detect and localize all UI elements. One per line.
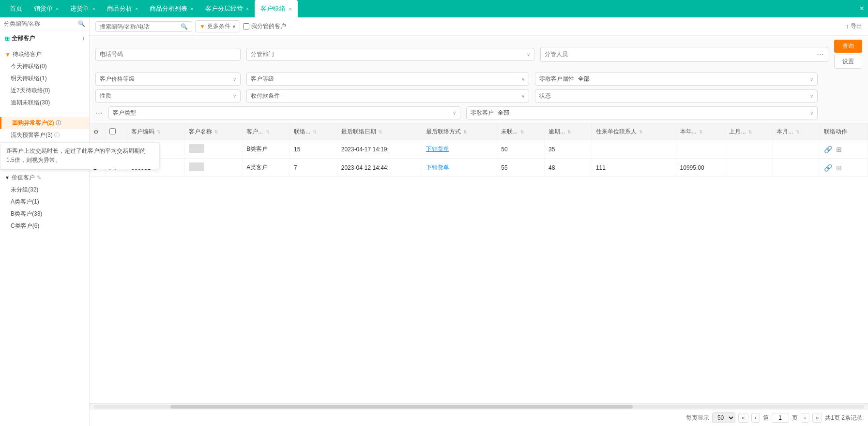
value-group-header[interactable]: ▼ 价值客户 ✎ — [0, 172, 89, 184]
link-icon-1[interactable]: 🔗 — [824, 146, 832, 153]
nav-customer-segmentation-close[interactable]: × — [246, 6, 249, 12]
settings-button[interactable]: 设置 — [834, 55, 862, 69]
td-last-month-2 — [725, 159, 773, 177]
link-icon-2[interactable]: 🔗 — [824, 164, 832, 172]
td-uncontacted-2: 55 — [497, 159, 545, 177]
sidebar-item-today[interactable]: 今天待联络(0) — [0, 60, 89, 73]
th-last-contact-method[interactable]: 最后联络方式 ⇅ — [422, 124, 497, 140]
th-level[interactable]: 客户... ⇅ — [243, 124, 290, 140]
th-checkbox[interactable] — [105, 124, 127, 140]
tooltip-box: 距客户上次交易时长，超过了此客户的平均交易周期的1.5倍，则视为异常。 — [90, 142, 160, 169]
main-search-box[interactable]: 🔍 — [95, 21, 192, 32]
nav-product-analysis-close[interactable]: × — [135, 6, 138, 12]
grid-action-icon-2[interactable]: ⊞ — [836, 164, 842, 172]
main-search-input[interactable] — [100, 23, 179, 30]
sidebar-item-overdue[interactable]: 逾期未联络(30) — [0, 97, 89, 109]
sidebar-item-class-a[interactable]: A类客户(1) — [0, 196, 89, 208]
sidebar-item-churn-warning[interactable]: 流失预警客户(3) ⓘ — [0, 129, 89, 141]
td-this-month-1 — [773, 140, 820, 159]
th-last-contact-date[interactable]: 最后联络日期 ⇅ — [337, 124, 422, 140]
search-icon[interactable]: 🔍 — [181, 23, 188, 30]
sort-uncontacted-icon: ⇅ — [520, 130, 524, 134]
td-last-month-1 — [725, 140, 773, 159]
retail-attr-filter[interactable]: 零散客户属性 全部 ∨ — [535, 73, 818, 86]
person-ellipsis-icon[interactable]: ··· — [817, 49, 824, 59]
th-contact-person[interactable]: 往来单位联系人 ⇅ — [592, 124, 676, 140]
collapse-icon[interactable]: ⟩ — [82, 36, 84, 41]
th-settings[interactable]: ⚙ — [90, 124, 105, 140]
all-customers-header[interactable]: ⊞ 全部客户 ⟩ — [0, 30, 89, 46]
td-name-1 — [185, 140, 243, 159]
sidebar-item-repurchase-anomaly[interactable]: 回购异常客户(2) ⓘ — [0, 117, 89, 129]
more-dots-icon[interactable]: ··· — [95, 108, 103, 118]
phone-filter[interactable]: 电话号码 — [95, 48, 241, 61]
th-this-month[interactable]: 本月... ⇅ — [773, 124, 820, 140]
horizontal-scrollbar[interactable] — [90, 403, 868, 409]
page-number-input[interactable] — [772, 413, 789, 423]
sidebar-search-icon[interactable]: 🔍 — [78, 20, 85, 27]
sidebar-item-7days[interactable]: 近7天待联络(0) — [0, 85, 89, 97]
table-area[interactable]: ⚙ 客户编码 ⇅ 客户名称 ⇅ 客户... ⇅ — [90, 124, 868, 403]
prev-page-btn[interactable]: ‹ — [751, 413, 760, 423]
my-customers-checkbox[interactable] — [243, 23, 249, 29]
th-last-month[interactable]: 上月... ⇅ — [725, 124, 773, 140]
sidebar-item-class-c[interactable]: C类客户(6) — [0, 220, 89, 232]
th-name[interactable]: 客户名称 ⇅ — [185, 124, 243, 140]
th-this-year[interactable]: 本年... ⇅ — [676, 124, 725, 140]
td-action-1: 🔗 ⊞ — [820, 140, 868, 159]
nav-product-analysis[interactable]: 商品分析 × — [101, 0, 144, 17]
settings-th-icon[interactable]: ⚙ — [93, 129, 99, 135]
scrollbar-track[interactable] — [93, 405, 864, 409]
th-action: 联络动作 — [820, 124, 868, 140]
phone-input[interactable] — [127, 51, 236, 58]
nav-sales-order[interactable]: 销货单 × — [28, 0, 64, 17]
last-page-btn[interactable]: » — [812, 413, 822, 423]
th-overdue[interactable]: 逾期... ⇅ — [545, 124, 592, 140]
sidebar-search-input[interactable] — [4, 20, 78, 27]
nav-purchase-order[interactable]: 进货单 × — [64, 0, 101, 17]
my-customers-checkbox-label[interactable]: 我分管的客户 — [243, 22, 286, 30]
status-arrow: ∨ — [810, 93, 813, 99]
export-btn[interactable]: ↑ 导出 — [846, 22, 862, 30]
nav-sales-order-close[interactable]: × — [56, 6, 59, 12]
info-icon-1[interactable]: ⓘ — [56, 120, 61, 126]
nav-customer-contact-close[interactable]: × — [289, 6, 291, 12]
nav-customer-segmentation[interactable]: 客户分层经营 × — [199, 0, 255, 17]
nav-home[interactable]: 首页 — [4, 0, 28, 17]
more-filter-cell[interactable]: ··· — [95, 108, 103, 118]
th-contact-count[interactable]: 联络... ⇅ — [289, 124, 337, 140]
status-filter[interactable]: 状态 ∨ — [535, 89, 818, 103]
sidebar-item-tomorrow[interactable]: 明天待联络(1) — [0, 73, 89, 85]
scrollbar-thumb[interactable] — [170, 405, 633, 409]
edit-icon[interactable]: ✎ — [37, 175, 41, 181]
sidebar-search-box[interactable]: 🔍 — [0, 17, 89, 30]
sidebar-item-ungrouped[interactable]: 未分组(32) — [0, 184, 89, 196]
more-filters-btn[interactable]: ▼ 更多条件 ∧ — [195, 20, 240, 32]
nav-purchase-order-close[interactable]: × — [92, 6, 95, 12]
first-page-btn[interactable]: « — [738, 413, 748, 423]
grid-action-icon-1[interactable]: ⊞ — [836, 146, 842, 153]
nav-product-analysis-list[interactable]: 商品分析列表 × — [144, 0, 199, 17]
payment-filter[interactable]: 收付款条件 ∨ — [246, 89, 529, 103]
query-button[interactable]: 查询 — [834, 40, 862, 53]
window-close-icon[interactable]: × — [860, 4, 864, 13]
nav-product-analysis-list-close[interactable]: × — [190, 6, 193, 12]
pending-group-title[interactable]: ▼ 待联络客户 — [0, 48, 89, 60]
person-filter[interactable]: 分管人员 ··· — [540, 47, 828, 62]
dept-filter[interactable]: 分管部门 ∨ — [246, 48, 534, 61]
th-uncontacted[interactable]: 未联... ⇅ — [497, 124, 545, 140]
select-all-checkbox[interactable] — [109, 128, 116, 134]
customer-type-filter[interactable]: 客户类型 ∨ — [108, 106, 460, 119]
retail-customer-filter[interactable]: 零散客户 全部 ∨ — [466, 106, 818, 119]
sidebar-item-class-b[interactable]: B类客户(33) — [0, 208, 89, 220]
customer-level-filter[interactable]: 客户等级 ∨ — [246, 73, 529, 86]
filter-row-4: ··· 客户类型 ∨ 零散客户 全部 ∨ — [95, 106, 862, 119]
info-icon-2[interactable]: ⓘ — [54, 132, 60, 138]
gender-filter[interactable]: 性质 ∨ — [95, 89, 241, 103]
th-code[interactable]: 客户编码 ⇅ — [127, 124, 185, 140]
nav-customer-contact[interactable]: 客户联络 × — [255, 0, 297, 17]
price-level-arrow: ∨ — [233, 76, 236, 82]
price-level-filter[interactable]: 客户价格等级 ∨ — [95, 73, 241, 86]
page-size-select[interactable]: 50 — [712, 412, 735, 423]
next-page-btn[interactable]: › — [801, 413, 809, 423]
